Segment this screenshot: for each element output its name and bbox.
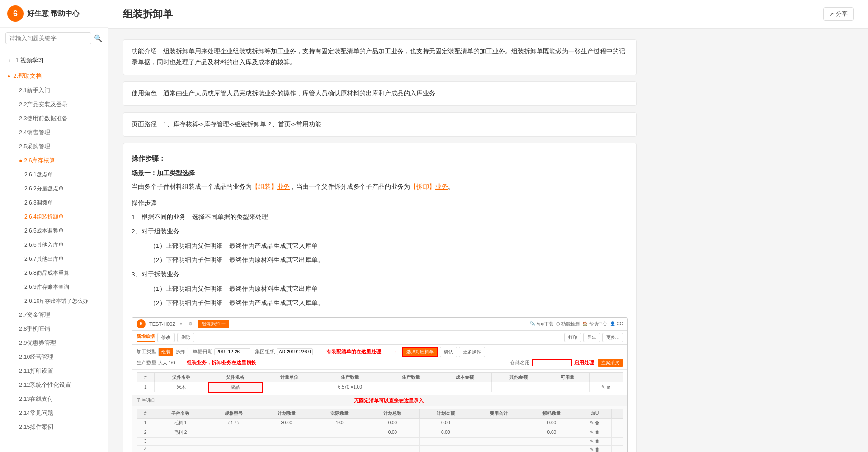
sidebar: 6 好生意 帮助中心 🔍 ＋ 1.视频学习 ● 2.帮助文档 2.1新手入门 2…: [0, 0, 108, 452]
step2-sub2: （2）下部明细为子件明细，最终作为原材料生成其它出库单。: [132, 254, 628, 266]
search-icon[interactable]: 🔍: [94, 34, 103, 43]
sidebar-item-2-6-5[interactable]: 2.6.5成本调整单: [0, 224, 108, 238]
scenario1-desc: 当由多个子件材料组装成一个成品的业务为【组装】业务，当由一个父件拆分成多个子产品…: [132, 181, 628, 193]
mock-sub-header: 子件明细 无固定清单可以直接在这里录入: [132, 395, 627, 406]
sidebar-item-2-6-7[interactable]: 2.6.7其他出库单: [0, 252, 108, 266]
th-avail: 可用量: [546, 372, 589, 382]
mock-storage-input[interactable]: [532, 359, 572, 366]
role-info-text: 使用角色：通常由生产人员或库管人员完成拆装业务的操作，库管人员确认原材料的出库和…: [132, 90, 435, 97]
annotation-right: 启用处理: [574, 359, 594, 366]
mock-confirm-btn[interactable]: 确认: [440, 347, 457, 357]
sidebar-item-2-6-8[interactable]: 2.6.8商品成本重算: [0, 266, 108, 280]
plus-icon: ＋: [7, 57, 13, 65]
annotation-mid: 组装业务，拆卸业务在这里切换: [187, 359, 256, 366]
step3: 3、对于拆装业务: [132, 269, 628, 281]
content-body: 功能介绍：组装拆卸单用来处理企业组装或拆卸等加工业务，支持有固定装配清单的产品加…: [108, 29, 651, 452]
sidebar-item-2-11[interactable]: 2.11打印设置: [0, 364, 108, 378]
sidebar-item-help[interactable]: ● 2.帮助文档: [0, 68, 108, 84]
sidebar-item-2-3[interactable]: 2.3使用前数据准备: [0, 112, 108, 126]
mock-sub-row-3: 3 ✎ 🗑: [137, 437, 623, 445]
th-unit: 计量单位: [262, 372, 316, 382]
mock-cancel-btn[interactable]: 更多操作: [459, 347, 485, 357]
sidebar-item-2-6-2[interactable]: 2.6.2分量盘点单: [0, 182, 108, 196]
mock-date-field: 单据日期: [193, 348, 250, 355]
sidebar-item-2-2[interactable]: 2.2产品安装及登录: [0, 98, 108, 112]
mock-sub-row-2: 2 毛料 2 0.00 0.00 0.00 ✎ 🗑: [137, 428, 623, 437]
brand-name: 好生意 帮助中心: [27, 9, 80, 19]
share-button[interactable]: ↗ 分享: [823, 7, 854, 21]
mock-billno-input[interactable]: [277, 348, 313, 355]
sidebar-item-2-6-3[interactable]: 2.6.3调拨单: [0, 196, 108, 210]
mock-billno-field: 集团组织: [255, 348, 313, 355]
mock-company: TEST-H002: [149, 321, 175, 327]
sidebar-item-2-6-10[interactable]: 2.6.10库存账本错了怎么办: [0, 294, 108, 308]
mock-btn-more[interactable]: 更多...: [602, 333, 623, 342]
mock-toolbar: 新增单据 修改 删除 打印 导出 更多...: [132, 331, 627, 345]
nav-section-help: ● 2.帮助文档 2.1新手入门 2.2产品安装及登录 2.3使用前数据准备 2…: [0, 68, 108, 434]
operations-heading: 操作步骤：: [132, 154, 628, 163]
th-parent-name: 父件名称: [154, 372, 208, 382]
sidebar-item-2-14[interactable]: 2.14常见问题: [0, 406, 108, 420]
logo-icon: 6: [7, 5, 24, 22]
sidebar-item-2-6[interactable]: ● 2.6库存核算: [0, 154, 108, 168]
mock-parent-row-1: 1 米木 成品 6,570 ×1.00 ✎ 🗑: [137, 382, 623, 392]
mock-topbar: 6 TEST-H002 ▼ ⚙ 组装拆卸 一 📎 App下载 ⬡ 功能检测 🏠 …: [132, 318, 627, 331]
function-intro-text: 功能介绍：组装拆卸单用来处理企业组装或拆卸等加工业务，支持有固定装配清单的产品加…: [132, 48, 625, 66]
th-num: #: [137, 372, 155, 382]
mock-logo: 6: [137, 319, 146, 328]
sidebar-item-2-15[interactable]: 2.15操作案例: [0, 420, 108, 434]
sidebar-item-2-7[interactable]: 2.7资金管理: [0, 308, 108, 322]
sidebar-item-2-5[interactable]: 2.5采购管理: [0, 140, 108, 154]
sidebar-item-2-4[interactable]: 2.4销售管理: [0, 126, 108, 140]
mock-sub-row-4: 4 ✎ 🗑: [137, 445, 623, 452]
sidebar-item-2-8[interactable]: 2.8手机旺铺: [0, 322, 108, 336]
mock-type-field: 加工类型 组装 拆卸: [137, 348, 188, 356]
sidebar-item-video[interactable]: ＋ 1.视频学习: [0, 53, 108, 68]
mock-sub-table-area: # 子件名称 规格型号 计划数量 实际数量 计划总数 计划金额 费用合计 损耗数…: [132, 406, 627, 452]
th-produce-qty: 生产数量: [316, 372, 384, 382]
sidebar-item-2-1[interactable]: 2.1新手入门: [0, 84, 108, 98]
sidebar-header: 6 好生意 帮助中心: [0, 0, 108, 28]
search-box: 🔍: [0, 28, 108, 49]
sidebar-item-2-13[interactable]: 2.13在线支付: [0, 392, 108, 406]
sidebar-item-2-9[interactable]: 2.9优惠券管理: [0, 336, 108, 350]
step2-sub1: （1）上部明细为父件明细，最终作为产成品生成其它入库单；: [132, 240, 628, 252]
mock-sub-row-1: 1 毛料 1 （4-4） 30.00 160 0.00 0.00 0.00: [137, 418, 623, 428]
mock-parent-table: # 父件名称 父件规格 计量单位 生产数量 生产数量 成本金额 其他金额 可用量: [137, 372, 623, 393]
th-produce-qty2: 生产数量: [384, 372, 438, 382]
step3-sub2: （2）下部明细为子件明细，最终作为产成品生成其它入库单。: [132, 297, 628, 309]
share-label: 分享: [836, 10, 848, 18]
mock-btn-edit[interactable]: 修改: [157, 333, 175, 342]
mock-type-disassemble[interactable]: 拆卸: [173, 348, 188, 356]
path-info-block: 页面路径：1、库存核算->库存管理->组装拆卸单 2、首页->常用功能: [123, 112, 637, 137]
sidebar-item-2-6-6[interactable]: 2.6.6其他入库单: [0, 238, 108, 252]
minus-icon-2-6: ●: [19, 157, 24, 164]
mock-date-input[interactable]: [214, 348, 250, 355]
nav-section-video: ＋ 1.视频学习: [0, 53, 108, 68]
mock-select-plan-btn[interactable]: 选择对应料单: [402, 347, 438, 357]
mock-type-assemble[interactable]: 组装: [159, 348, 173, 356]
mock-nav-btn[interactable]: 组装拆卸 一: [198, 320, 229, 328]
th-ops: [589, 372, 623, 382]
role-info-block: 使用角色：通常由生产人员或库管人员完成拆装业务的操作，库管人员确认原材料的出库和…: [123, 81, 637, 106]
mock-sub-table: # 子件名称 规格型号 计划数量 实际数量 计划总数 计划金额 费用合计 损耗数…: [137, 409, 623, 452]
path-info-text: 页面路径：1、库存核算->库存管理->组装拆卸单 2、首页->常用功能: [132, 121, 321, 128]
sidebar-item-2-6-1[interactable]: 2.6.1盘点单: [0, 168, 108, 182]
mock-btn-print[interactable]: 打印: [564, 333, 581, 342]
search-input[interactable]: [5, 32, 91, 44]
mock-storage-field: 生产数量 大人 1/6: [137, 359, 175, 366]
mock-save-btn[interactable]: 立案采买: [598, 359, 623, 367]
sidebar-item-2-6-4-current[interactable]: 2.6.4组装拆卸单: [0, 210, 108, 224]
function-intro-block: 功能介绍：组装拆卸单用来处理企业组装或拆卸等加工业务，支持有固定装配清单的产品加…: [123, 39, 637, 75]
annotation-top: 有装配清单的在这里处理 ——→: [326, 348, 397, 355]
mock-btn-delete[interactable]: 删除: [177, 333, 194, 342]
share-icon: ↗: [829, 11, 834, 18]
sidebar-item-2-12[interactable]: 2.12系统个性化设置: [0, 378, 108, 392]
mock-tab-active[interactable]: 新增单据: [137, 333, 155, 342]
mock-btn-export[interactable]: 导出: [583, 333, 600, 342]
sidebar-item-2-6-9[interactable]: 2.6.9库存账本查询: [0, 280, 108, 294]
th-cost: 成本金额: [438, 372, 491, 382]
main-header: 组装拆卸单 ↗ 分享: [108, 0, 868, 29]
sidebar-item-2-10[interactable]: 2.10经营管理: [0, 350, 108, 364]
main-content: 组装拆卸单 ↗ 分享 功能介绍：组装拆卸单用来处理企业组装或拆卸等加工业务，支持…: [108, 0, 868, 452]
